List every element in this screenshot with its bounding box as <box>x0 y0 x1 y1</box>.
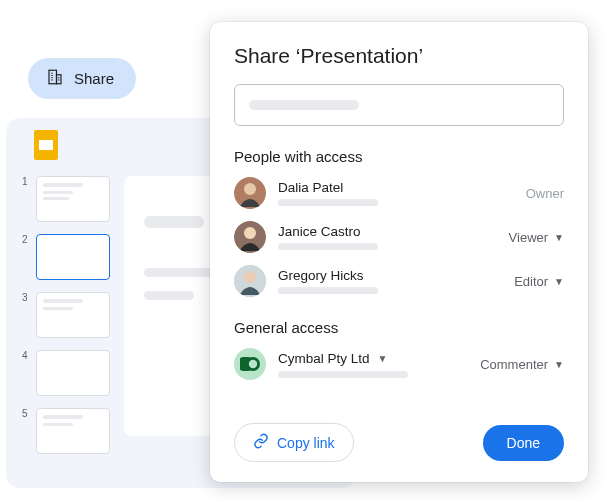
role-dropdown[interactable]: Viewer ▼ <box>509 230 564 245</box>
svg-rect-1 <box>57 75 62 84</box>
general-access-heading: General access <box>234 319 564 336</box>
thumbnail-rail: 1 2 3 4 5 <box>22 176 110 454</box>
slides-logo-icon <box>34 130 58 160</box>
person-row: Dalia Patel Owner <box>234 177 564 209</box>
chevron-down-icon: ▼ <box>378 353 388 364</box>
svg-rect-0 <box>49 70 57 84</box>
svg-point-10 <box>244 183 256 195</box>
dialog-title: Share ‘Presentation’ <box>234 44 564 68</box>
svg-point-16 <box>249 360 257 368</box>
placeholder-line <box>278 371 408 378</box>
share-pill-button[interactable]: Share <box>28 58 136 99</box>
copy-link-button[interactable]: Copy link <box>234 423 354 462</box>
person-row: Gregory Hicks Editor ▼ <box>234 265 564 297</box>
slide-thumbnail[interactable] <box>36 176 110 222</box>
role-label: Owner <box>526 186 564 201</box>
chevron-down-icon: ▼ <box>554 359 564 370</box>
placeholder-line <box>278 243 378 250</box>
chevron-down-icon: ▼ <box>554 276 564 287</box>
avatar <box>234 221 266 253</box>
thumb-number: 1 <box>22 176 30 187</box>
thumb-number: 5 <box>22 408 30 419</box>
svg-point-12 <box>244 227 256 239</box>
person-name: Janice Castro <box>278 224 497 239</box>
role-dropdown[interactable]: Commenter ▼ <box>480 357 564 372</box>
share-dialog: Share ‘Presentation’ People with access … <box>210 22 588 482</box>
copy-link-label: Copy link <box>277 435 335 451</box>
placeholder-line <box>144 291 194 300</box>
role-dropdown[interactable]: Editor ▼ <box>514 274 564 289</box>
done-label: Done <box>507 435 540 451</box>
done-button[interactable]: Done <box>483 425 564 461</box>
thumb-number: 3 <box>22 292 30 303</box>
placeholder-line <box>249 100 359 110</box>
org-scope-dropdown[interactable]: Cymbal Pty Ltd ▼ <box>278 351 468 366</box>
chevron-down-icon: ▼ <box>554 232 564 243</box>
slide-thumbnail[interactable] <box>36 234 110 280</box>
person-name: Dalia Patel <box>278 180 514 195</box>
share-pill-label: Share <box>74 70 114 87</box>
org-name: Cymbal Pty Ltd <box>278 351 370 366</box>
person-row: Janice Castro Viewer ▼ <box>234 221 564 253</box>
link-icon <box>253 433 269 452</box>
thumb-number: 2 <box>22 234 30 245</box>
building-icon <box>46 68 64 89</box>
avatar <box>234 177 266 209</box>
slide-thumbnail[interactable] <box>36 408 110 454</box>
placeholder-line <box>144 216 204 228</box>
avatar <box>234 265 266 297</box>
slide-thumbnail[interactable] <box>36 292 110 338</box>
svg-point-14 <box>244 271 256 283</box>
thumb-number: 4 <box>22 350 30 361</box>
person-name: Gregory Hicks <box>278 268 502 283</box>
org-row: Cymbal Pty Ltd ▼ Commenter ▼ <box>234 348 564 380</box>
add-people-input[interactable] <box>234 84 564 126</box>
placeholder-line <box>278 199 378 206</box>
org-avatar-icon <box>234 348 266 380</box>
placeholder-line <box>278 287 378 294</box>
slide-thumbnail[interactable] <box>36 350 110 396</box>
people-with-access-heading: People with access <box>234 148 564 165</box>
